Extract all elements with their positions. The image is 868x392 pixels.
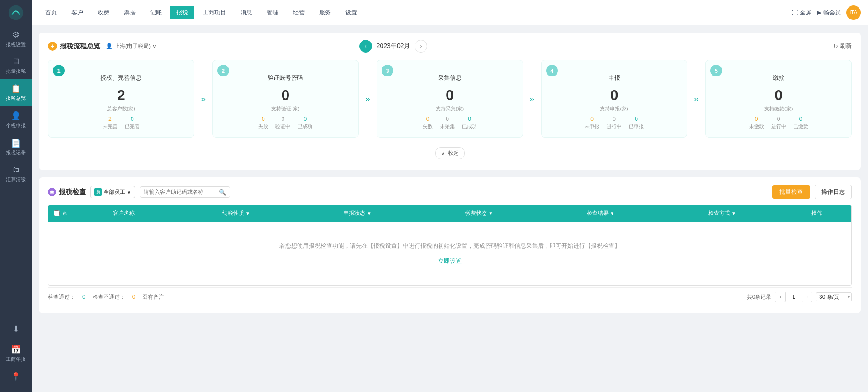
nav-settings[interactable]: 设置 [339,6,363,19]
th-check-method[interactable]: 检查方式 ▼ [661,205,783,222]
stat-val-filled[interactable]: 0 [131,116,134,122]
th-check-result[interactable]: 检查结果 ▼ [540,205,661,222]
sidebar-item-batch-tax[interactable]: 🖥 批量报税 [0,53,32,79]
tax-check-card: ◉ 报税检查 员 全部员工 ∨ 🔍 批量检查 操作日志 [39,177,861,313]
th-tax-nature[interactable]: 纳税性质 ▼ [175,205,297,222]
nav-operations[interactable]: 经营 [287,6,311,19]
table-body-wrap: 若您想使用报税检查功能，请先在【报税设置】中进行报税的初始化设置，完成密码验证和… [48,222,851,285]
fail-label: 检查不通过： [93,293,125,301]
stat-val-verified[interactable]: 0 [304,116,307,122]
nav-home[interactable]: 首页 [39,6,63,19]
stat-val-collect-failed[interactable]: 0 [426,116,429,122]
step-sub-1: 总客户数(家) [56,105,187,112]
sidebar-item-tax-overview[interactable]: 📋 报税总览 [0,79,32,106]
nav-business[interactable]: 工商项目 [196,6,232,19]
check-title: ◉ 报税检查 [48,188,86,196]
nav-tax[interactable]: 报税 [170,6,194,19]
nav-management[interactable]: 管理 [260,6,285,19]
sidebar-item-personal-filing[interactable]: 👤 个税申报 [0,106,32,134]
stat-val-not-collected: 0 [446,116,449,122]
sidebar-item-annual-report[interactable]: 📅 工商年报 [0,340,32,367]
pass-count[interactable]: 0 [82,294,85,300]
op-log-button[interactable]: 操作日志 [815,185,852,199]
stat-label-failed: 失败 [258,123,268,130]
nav-messages[interactable]: 消息 [234,6,259,19]
arrow-connector-1: » [194,60,212,138]
filter-icon: ▼ [610,211,614,216]
stat-label-unfilled: 未完善 [103,123,118,130]
step-stats-3: 0 失败 0 未采集 0 已成功 [384,116,515,130]
tax-records-icon: 📄 [11,138,21,148]
vip-btn[interactable]: ▶ 畅会员 [817,9,841,17]
gear-icon[interactable]: ⚙ [62,210,67,217]
stat-val-collected[interactable]: 0 [468,116,471,122]
fail-count[interactable]: 0 [132,294,136,300]
stat-item: 0 进行中 [771,116,786,130]
plus-icon: + [48,42,57,51]
step-num-3: 3 [382,65,393,76]
stat-val-filed[interactable]: 0 [635,116,638,122]
batch-check-button[interactable]: 批量检查 [772,185,810,199]
stat-val-paid[interactable]: 0 [799,116,802,122]
stat-item: 2 未完善 [103,116,118,130]
filter-icon: ▼ [367,211,372,216]
next-month-btn[interactable]: › [415,40,427,53]
play-icon: ▶ [817,9,821,16]
per-page-select[interactable]: 30 条/页 50 条/页 100 条/页 [816,292,852,301]
sidebar-item-tax-records[interactable]: 📄 报税记录 [0,134,32,161]
stat-label-not-paid: 未缴款 [749,123,764,130]
stat-item: 0 已成功 [462,116,477,130]
employee-filter[interactable]: 员 全部员工 ∨ [90,186,135,198]
chevron-down-icon: ∨ [152,43,156,49]
prev-month-btn[interactable]: ‹ [359,40,372,53]
nav-clients[interactable]: 客户 [65,6,90,19]
th-payment-status[interactable]: 缴费状态 ▼ [418,205,540,222]
stat-val-not-paid[interactable]: 0 [755,116,758,122]
stat-val-failed[interactable]: 0 [262,116,265,122]
search-input[interactable] [144,189,219,195]
step-title-5: 缴款 [713,69,844,82]
nav-services[interactable]: 服务 [313,6,337,19]
search-icon[interactable]: 🔍 [219,189,226,196]
flow-title: + 报税流程总览 [48,42,100,51]
stat-item: 0 失败 [423,116,433,130]
step-count-4: 0 [549,86,680,104]
location-pin-icon: 👤 [106,43,113,49]
flow-step-5: 5 缴款 0 支持缴款(家) 0 未缴款 0 进行中 [705,60,852,138]
th-operation: 操作 [783,205,851,222]
stat-val-unfilled[interactable]: 2 [108,116,112,122]
next-page-btn[interactable]: › [802,292,812,302]
nav-fees[interactable]: 收费 [91,6,116,19]
stat-item: 0 未缴款 [749,116,764,130]
personal-filing-icon: 👤 [11,111,21,121]
content: + 报税流程总览 👤 上海(电子税局) ∨ ‹ 2023年02月 › ↻ 刷新 [32,25,868,392]
stat-val-not-filed[interactable]: 0 [590,116,594,122]
nav-accounting[interactable]: 记账 [144,6,168,19]
current-page: 1 [789,294,798,300]
step-stats-1: 2 未完善 0 已完善 [56,116,187,130]
nav-invoices[interactable]: 票据 [118,6,142,19]
refresh-btn[interactable]: ↻ 刷新 [833,42,852,50]
step-sub-4: 支持申报(家) [549,105,680,112]
flow-location[interactable]: 👤 上海(电子税局) ∨ [106,43,156,50]
setup-link[interactable]: 立即设置 [438,258,462,264]
step-sub-3: 支持采集(家) [384,105,515,112]
sidebar-item-tax-settings[interactable]: ⚙ 报税设置 [0,25,32,53]
check-table-container: ⚙ 客户名称 纳税性质 ▼ 申报状态 ▼ [48,205,852,286]
select-all-checkbox[interactable] [54,210,60,216]
stat-label-filing: 进行中 [607,123,622,130]
stat-item: 0 已成功 [297,116,312,130]
step-stats-4: 0 未申报 0 进行中 0 已申报 [549,116,680,130]
step-count-3: 0 [384,86,515,104]
prev-page-btn[interactable]: ‹ [775,292,786,302]
sidebar-item-location[interactable]: 📍 [0,367,32,387]
stat-item: 0 进行中 [607,116,622,130]
th-filing-status[interactable]: 申报状态 ▼ [297,205,419,222]
sidebar-item-download[interactable]: ⬇ [0,320,32,340]
sidebar-item-settlement[interactable]: 🗂 汇算清缴 [0,161,32,187]
search-box: 🔍 [140,186,230,198]
collapse-btn[interactable]: ∧ 收起 [435,147,465,159]
fullscreen-btn[interactable]: ⛶ 全屏 [792,9,811,17]
step-sub-2: 支持验证(家) [220,105,351,112]
step-count-5: 0 [713,86,844,104]
